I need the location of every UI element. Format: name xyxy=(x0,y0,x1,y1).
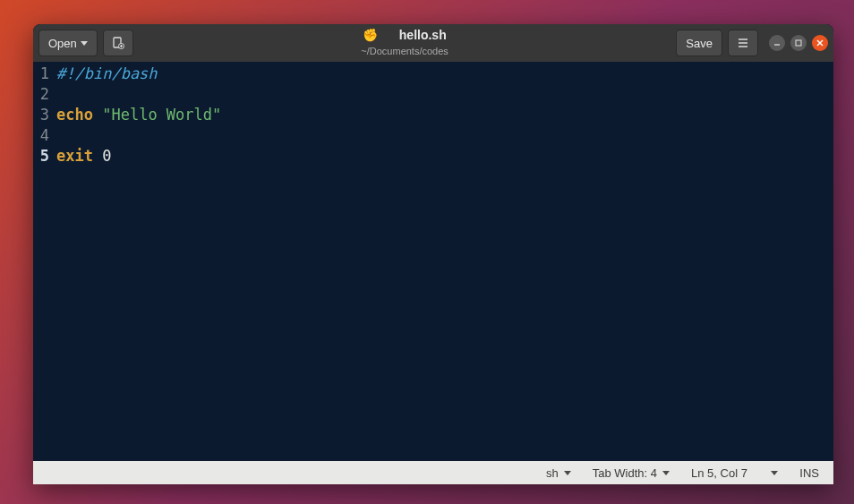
language-selector[interactable]: sh xyxy=(537,461,580,484)
close-icon xyxy=(816,38,824,47)
editor-window: Open ✊ hello.sh ~/Documents/codes Save xyxy=(33,24,833,484)
svg-rect-8 xyxy=(796,40,801,46)
statusbar: sh Tab Width: 4 Ln 5, Col 7 INS xyxy=(33,461,833,484)
cursor-position-label: Ln 5, Col 7 xyxy=(691,466,747,480)
titlebar: Open ✊ hello.sh ~/Documents/codes Save xyxy=(33,24,833,62)
hamburger-menu-button[interactable] xyxy=(728,30,758,56)
save-label: Save xyxy=(686,37,713,50)
chevron-down-icon xyxy=(771,471,778,475)
token-keyword: echo xyxy=(56,106,93,124)
token-string: "Hello World" xyxy=(102,106,221,124)
token-shebang: #!/bin/bash xyxy=(56,64,158,82)
new-document-icon xyxy=(111,36,125,50)
grab-cursor-icon: ✊ xyxy=(363,28,378,42)
insert-mode-indicator[interactable]: INS xyxy=(790,461,828,484)
new-document-button[interactable] xyxy=(103,30,133,56)
tab-width-selector[interactable]: Tab Width: 4 xyxy=(584,461,679,484)
maximize-button[interactable] xyxy=(790,35,807,51)
cursor-position-selector[interactable]: Ln 5, Col 7 xyxy=(682,461,787,484)
token-keyword: exit xyxy=(56,147,93,165)
chevron-down-icon xyxy=(662,471,670,475)
editor-area[interactable]: 1 2 3 4 5 #!/bin/bash echo "Hello World"… xyxy=(33,62,833,461)
chevron-down-icon xyxy=(564,471,571,475)
insert-mode-label: INS xyxy=(799,466,819,480)
line-number-current: 5 xyxy=(33,146,53,167)
line-number: 2 xyxy=(33,84,53,105)
window-subtitle: ~/Documents/codes xyxy=(361,46,448,56)
code-content[interactable]: #!/bin/bash echo "Hello World" exit 0 xyxy=(53,62,833,461)
title-center: ✊ hello.sh ~/Documents/codes xyxy=(139,28,671,58)
line-gutter: 1 2 3 4 5 xyxy=(33,62,53,461)
open-label: Open xyxy=(48,37,77,50)
minimize-icon xyxy=(773,38,781,47)
maximize-icon xyxy=(794,38,803,47)
close-button[interactable] xyxy=(812,35,828,51)
language-label: sh xyxy=(546,466,559,480)
open-button[interactable]: Open xyxy=(38,30,98,56)
hamburger-icon xyxy=(737,37,749,49)
line-number: 1 xyxy=(33,64,53,84)
window-title: hello.sh xyxy=(399,28,447,42)
minimize-button[interactable] xyxy=(769,35,785,51)
token-number: 0 xyxy=(102,147,111,165)
line-number: 4 xyxy=(33,125,53,146)
tab-width-label: Tab Width: 4 xyxy=(593,466,657,480)
line-number: 3 xyxy=(33,105,53,125)
chevron-down-icon xyxy=(81,41,88,46)
save-button[interactable]: Save xyxy=(676,30,722,56)
window-controls xyxy=(769,35,828,51)
